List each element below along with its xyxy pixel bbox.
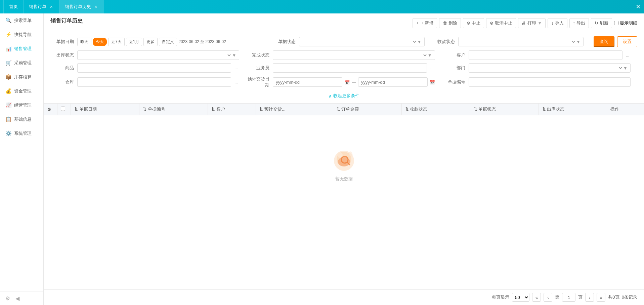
empty-illustration (327, 142, 361, 176)
order-status-control: ▼ (299, 37, 424, 46)
collapse-row: ∧ 收起更多条件 (50, 91, 637, 99)
sidebar-item-operations[interactable]: 📈 经营管理 (0, 98, 43, 112)
last-page-button[interactable]: » (597, 293, 605, 302)
order-no-control (469, 77, 631, 87)
window-close-icon[interactable]: ✕ (636, 3, 641, 10)
filter-row-4: 仓库 ... 预计交货日期 📅 — 📅 单据编号 (50, 76, 637, 88)
date-btn-custom[interactable]: 自定义 (159, 38, 177, 46)
query-button[interactable]: 查询 (594, 36, 614, 47)
order-status-select[interactable]: ▼ (299, 37, 424, 46)
sales-icon: 📊 (5, 46, 11, 52)
sidebar-item-quick-nav[interactable]: ⚡ 快捷导航 (0, 28, 43, 42)
date-btn-yesterday[interactable]: 昨天 (77, 38, 91, 46)
calendar-to-icon[interactable]: 📅 (430, 80, 435, 85)
page-number-input[interactable] (562, 293, 575, 302)
delivery-date-to[interactable] (358, 77, 428, 87)
payment-status-select[interactable]: ▼ (458, 37, 584, 46)
dept-select-input[interactable] (472, 65, 623, 71)
sidebar-item-finance[interactable]: 💰 资金管理 (0, 84, 43, 98)
cancel-stop-button[interactable]: ⊗ 取消中止 (486, 18, 516, 28)
complete-status-control: ▼ (273, 50, 435, 60)
sidebar-item-sys-mgmt[interactable]: ⚙️ 系统管理 (0, 126, 43, 141)
column-settings-icon[interactable]: ⚙ (47, 107, 51, 112)
order-status-select-input[interactable] (302, 39, 417, 45)
page-header: 销售订单历史 + + 新增 🗑 删除 ⊗ 中止 ⊗ (44, 13, 644, 32)
warehouse-status-select[interactable]: ▼ (77, 50, 239, 60)
th-delivery: ⇅ 预计交货... (256, 104, 333, 115)
complete-status-select-input[interactable] (276, 52, 427, 58)
th-delivery-label: 预计交货... (264, 107, 286, 112)
sidebar-settings-icon[interactable]: ⚙ (5, 295, 10, 302)
customer-more-icon[interactable]: ... (625, 53, 631, 58)
warehouse-status-select-input[interactable] (80, 52, 232, 58)
payment-status-select-input[interactable] (461, 39, 576, 45)
date-label: 单据日期 (50, 39, 77, 45)
tab-sales-order[interactable]: 销售订单 ✕ (24, 0, 59, 13)
import-button[interactable]: ↓ 导入 (548, 18, 567, 28)
warehouse-input[interactable] (77, 77, 231, 87)
pagination: 每页显示 10 20 50 100 « ‹ 第 页 › » 共0页, 0条记录 (44, 289, 644, 305)
order-no-input[interactable] (469, 77, 631, 87)
date-btn-1month[interactable]: 近1月 (126, 38, 142, 46)
new-icon: + (416, 21, 419, 26)
dept-select[interactable]: ▼ (469, 63, 631, 73)
page-title: 销售订单历史 (50, 17, 83, 25)
sidebar-item-basic-info[interactable]: 📋 基础信息 (0, 112, 43, 126)
date-btn-today[interactable]: 今天 (93, 38, 107, 46)
print-button[interactable]: 🖨 打印 ▼ (518, 18, 546, 28)
sidebar-item-sales-label: 销售管理 (14, 46, 32, 52)
new-button[interactable]: + + 新增 (413, 18, 437, 28)
select-all-checkbox[interactable] (61, 107, 65, 111)
customer-control: ... (469, 50, 631, 60)
date-btn-more[interactable]: 更多 (143, 38, 158, 46)
tab-sales-order-history[interactable]: 销售订单历史 ✕ (59, 0, 104, 13)
page-size-label: 每页显示 (492, 294, 509, 300)
quick-nav-icon: ⚡ (5, 32, 11, 38)
customer-input[interactable] (469, 50, 622, 60)
sidebar-item-inventory[interactable]: 📦 库存核算 (0, 70, 43, 84)
warehouse-status-control: ▼ (77, 50, 239, 60)
order-no-label: 单据编号 (442, 79, 469, 85)
sidebar: 🔍 搜索菜单 ⚡ 快捷导航 📊 销售管理 🛒 采购管理 📦 库存核算 💰 资金管… (0, 13, 44, 305)
tab-sales-order-history-close[interactable]: ✕ (93, 4, 98, 9)
th-order-status-label: 单据状态 (478, 107, 496, 112)
show-details-toggle[interactable]: 显示明细 (614, 20, 637, 26)
sidebar-item-sales-mgmt[interactable]: 📊 销售管理 (0, 42, 43, 56)
page-size-select[interactable]: 10 20 50 100 (512, 293, 529, 302)
complete-status-select[interactable]: ▼ (273, 50, 435, 60)
delete-button[interactable]: 🗑 删除 (439, 18, 461, 28)
sidebar-item-search-menu[interactable]: 🔍 搜索菜单 (0, 13, 43, 28)
content-area: 销售订单历史 + + 新增 🗑 删除 ⊗ 中止 ⊗ (44, 13, 644, 305)
data-table: ⚙ ⇅ 单据日期 ⇅ 单据编号 (44, 103, 644, 209)
sidebar-item-purchase-mgmt[interactable]: 🛒 采购管理 (0, 56, 43, 70)
collapse-button[interactable]: ∧ 收起更多条件 (329, 93, 359, 99)
refresh-button[interactable]: ↻ 刷新 (591, 18, 612, 28)
salesperson-input[interactable] (273, 63, 427, 73)
next-page-button[interactable]: › (585, 293, 594, 302)
sidebar-collapse-icon[interactable]: ◀ (15, 295, 19, 302)
first-page-icon: « (535, 295, 538, 300)
th-amount: ⇅ 订单金额 (333, 104, 401, 115)
settings-filter-button[interactable]: 设置 (617, 36, 637, 47)
salesperson-more-icon[interactable]: ... (429, 66, 435, 70)
stop-button[interactable]: ⊗ 中止 (463, 18, 484, 28)
first-page-button[interactable]: « (532, 293, 541, 302)
order-status-chevron: ▼ (417, 39, 422, 44)
warehouse-more-icon[interactable]: ... (233, 80, 239, 84)
tab-home[interactable]: 首页 (3, 0, 24, 13)
show-details-label: 显示明细 (620, 20, 637, 26)
delivery-date-from[interactable] (273, 77, 342, 87)
tab-sales-order-close[interactable]: ✕ (48, 4, 54, 9)
delete-icon: 🗑 (443, 21, 447, 26)
th-actions-label: 操作 (610, 107, 619, 112)
date-btn-7days[interactable]: 近7天 (108, 38, 125, 46)
export-icon: ↑ (573, 21, 575, 26)
goods-more-icon[interactable]: ... (233, 66, 239, 70)
sidebar-item-search-label: 搜索菜单 (14, 17, 32, 24)
show-details-checkbox[interactable] (614, 21, 618, 25)
goods-input[interactable] (77, 63, 231, 73)
export-button[interactable]: ↑ 导出 (569, 18, 589, 28)
calendar-from-icon[interactable]: 📅 (344, 80, 350, 85)
prev-page-button[interactable]: ‹ (544, 293, 552, 302)
th-customer-label: 客户 (216, 107, 225, 112)
